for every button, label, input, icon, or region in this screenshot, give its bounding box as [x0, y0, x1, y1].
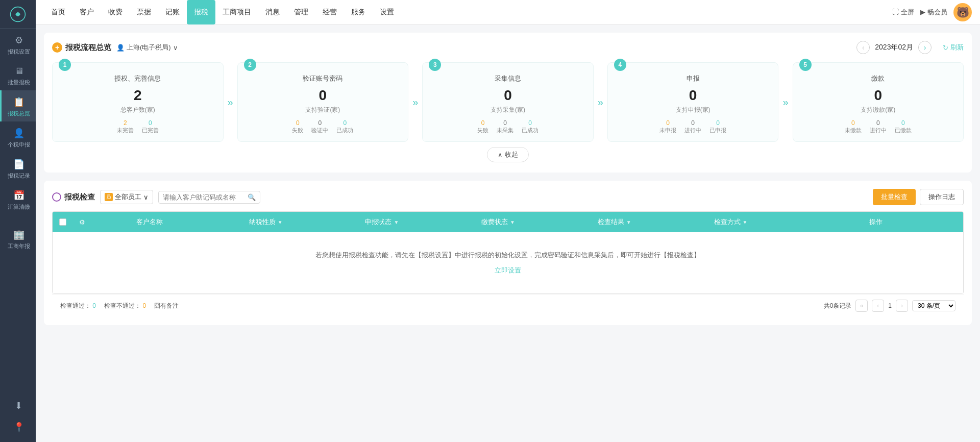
month-nav: ‹ 2023年02月 ›	[856, 41, 932, 54]
nav-clients[interactable]: 客户	[72, 0, 101, 24]
employee-filter[interactable]: 员 全部员工 ∨	[100, 190, 153, 204]
table-header: ⚙ 客户名称 纳税性质 ▼ 申报状态 ▼ 缴费状态 ▼	[53, 212, 963, 232]
sidebar-label-tax-overview: 报税总览	[8, 110, 30, 117]
sidebar-item-settlement[interactable]: 📅 汇算清缴	[0, 184, 36, 215]
step-4-sub: 支持申报(家)	[616, 106, 770, 114]
check-header: 报税检查 员 全部员工 ∨ 🔍 批量检查 操作日志	[52, 189, 964, 205]
step-5-sub: 支持缴款(家)	[801, 106, 955, 114]
step-3-stat-1[interactable]: 0 未采集	[497, 119, 513, 134]
check-method-filter-icon[interactable]: ▼	[743, 219, 748, 225]
step-4-count: 0	[616, 87, 770, 104]
first-page-button[interactable]: «	[855, 300, 868, 312]
step-2-stat-1[interactable]: 0 验证中	[311, 119, 328, 134]
fullscreen-button[interactable]: ⛶ 全屏	[892, 8, 914, 17]
step-5-stat-0[interactable]: 0 未缴款	[845, 119, 862, 134]
step-1-count: 2	[61, 87, 215, 104]
page-content: + 报税流程总览 👤 上海(电子税局) ∨ ‹ 2023年02月 › ↻ 刷新	[36, 24, 980, 442]
table-body: 若您想使用报税检查功能，请先在【报税设置】中进行报税的初始化设置，完成密码验证和…	[53, 232, 963, 293]
step-3-sub: 支持采集(家)	[431, 106, 585, 114]
nav-business[interactable]: 工商项目	[215, 0, 258, 24]
nav-services[interactable]: 服务	[344, 0, 373, 24]
step-4-stat-1[interactable]: 0 进行中	[684, 119, 701, 134]
sidebar-bottom: ⬇ 📍	[0, 394, 36, 442]
fail-value[interactable]: 0	[142, 302, 146, 309]
overview-card: + 报税流程总览 👤 上海(电子税局) ∨ ‹ 2023年02月 › ↻ 刷新	[44, 33, 972, 173]
tax-settings-icon: ⚙	[15, 35, 23, 46]
next-page-button[interactable]: ›	[896, 300, 908, 312]
sidebar-item-personal-report[interactable]: 👤 个税申报	[0, 121, 36, 153]
collapse-row: ∧ 收起	[52, 142, 964, 164]
sidebar-item-tax-settings[interactable]: ⚙ 报税设置	[0, 29, 36, 60]
step-2-stat-2[interactable]: 0 已成功	[336, 119, 353, 134]
step-2-stat-0[interactable]: 0 失败	[292, 119, 303, 134]
step-1-stat-0[interactable]: 2 未完善	[117, 119, 134, 134]
operation-log-button[interactable]: 操作日志	[920, 189, 964, 205]
nav-settings[interactable]: 设置	[373, 0, 401, 24]
location-badge[interactable]: 👤 上海(电子税局) ∨	[116, 43, 178, 52]
check-result-filter-icon[interactable]: ▼	[626, 219, 631, 225]
search-input-wrap: 🔍	[158, 191, 260, 204]
step-5-stat-2[interactable]: 0 已缴款	[895, 119, 912, 134]
header-checkbox[interactable]	[59, 218, 66, 226]
collapse-button[interactable]: ∧ 收起	[487, 147, 529, 162]
tax-nature-filter-icon[interactable]: ▼	[278, 219, 283, 225]
pass-value[interactable]: 0	[92, 302, 96, 309]
nav-accounting[interactable]: 记账	[158, 0, 187, 24]
payment-status-filter-icon[interactable]: ▼	[510, 219, 515, 225]
flow-card-1: 1 授权、完善信息 2 总客户数(家) 2 未完善 0 已完善	[52, 62, 224, 142]
step-3-count: 0	[431, 87, 585, 104]
setup-link[interactable]: 立即设置	[495, 266, 521, 275]
sidebar-label-tax-records: 报税记录	[8, 172, 30, 180]
step-5-stat-1[interactable]: 0 进行中	[870, 119, 887, 134]
search-input[interactable]	[163, 193, 246, 201]
page-size-select[interactable]: 30 条/页 50 条/页 100 条/页	[912, 300, 955, 311]
step-4-stat-0[interactable]: 0 未申报	[659, 119, 676, 134]
col-report-status-header: 申报状态 ▼	[324, 217, 440, 227]
report-status-filter-icon[interactable]: ▼	[394, 219, 399, 225]
member-icon: ▶	[920, 8, 925, 16]
nav-management[interactable]: 管理	[287, 0, 315, 24]
col-check-method-header: 检查方式 ▼	[673, 217, 789, 227]
avatar[interactable]: 🐻	[953, 3, 972, 21]
member-button[interactable]: ▶ 畅会员	[920, 8, 947, 17]
personal-report-icon: 👤	[13, 128, 24, 139]
nav-fees[interactable]: 收费	[101, 0, 130, 24]
chevron-down-icon: ∨	[173, 44, 178, 52]
table-empty-text: 若您想使用报税检查功能，请先在【报税设置】中进行报税的初始化设置，完成密码验证和…	[315, 251, 700, 260]
sidebar-label-settlement: 汇算清缴	[8, 203, 30, 211]
nav-tax[interactable]: 报税	[187, 0, 215, 24]
plus-icon: +	[52, 42, 62, 53]
location-person-icon: 👤	[116, 44, 125, 52]
step-3-stat-0[interactable]: 0 失败	[477, 119, 488, 134]
refresh-button[interactable]: ↻ 刷新	[943, 43, 964, 52]
step-5-num: 5	[799, 59, 812, 71]
sidebar-item-location[interactable]: 📍	[0, 415, 36, 437]
search-icon[interactable]: 🔍	[248, 193, 256, 201]
step-4-stat-2[interactable]: 0 已申报	[709, 119, 726, 134]
annual-report-icon: 🏢	[13, 229, 24, 240]
step-5-count: 0	[801, 87, 955, 104]
sidebar-item-tax-overview[interactable]: 📋 报税总览	[0, 90, 36, 121]
sidebar-item-batch-tax[interactable]: 🖥 批量报税	[0, 60, 36, 90]
step-1-title: 授权、完善信息	[61, 74, 215, 83]
nav-operations[interactable]: 经营	[315, 0, 344, 24]
footer-left: 检查通过： 0 检查不通过： 0 囧有备注	[60, 302, 179, 310]
next-month-button[interactable]: ›	[918, 41, 932, 54]
step-4-title: 申报	[616, 74, 770, 83]
prev-page-button[interactable]: ‹	[872, 300, 884, 312]
footer-right: 共0条记录 « ‹ 1 › 30 条/页 50 条/页 100 条/页	[824, 300, 955, 312]
refresh-icon: ↻	[943, 44, 948, 52]
step-3-stat-2[interactable]: 0 已成功	[522, 119, 538, 134]
col-gear-header[interactable]: ⚙	[73, 218, 91, 226]
fail-label: 检查不通过： 0	[104, 302, 146, 310]
sidebar-item-annual-report[interactable]: 🏢 工商年报	[0, 223, 36, 254]
batch-check-button[interactable]: 批量检查	[873, 189, 916, 205]
nav-invoices[interactable]: 票据	[130, 0, 158, 24]
step-1-stat-1[interactable]: 0 已完善	[142, 119, 159, 134]
nav-home[interactable]: 首页	[44, 0, 72, 24]
nav-messages[interactable]: 消息	[258, 0, 287, 24]
sidebar-item-tax-records[interactable]: 📄 报税记录	[0, 153, 36, 184]
step-3-num: 3	[429, 59, 441, 71]
prev-month-button[interactable]: ‹	[856, 41, 870, 54]
sidebar-item-download[interactable]: ⬇	[0, 394, 36, 415]
